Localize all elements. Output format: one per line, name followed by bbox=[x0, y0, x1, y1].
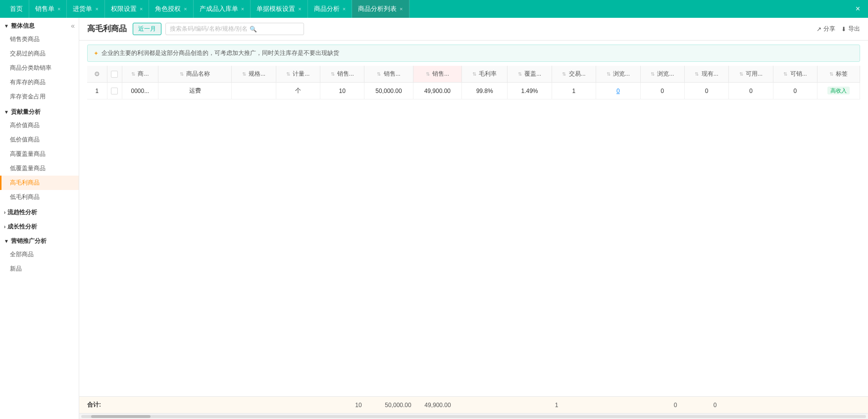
nav-analysis[interactable]: 商品分析 × bbox=[308, 0, 352, 18]
cell-stock: 0 bbox=[684, 83, 728, 99]
table-container: ⚙ ⇅ 商... ⇅ 商品名称 bbox=[79, 66, 868, 396]
nav-close-product-in[interactable]: × bbox=[241, 6, 244, 12]
footer-transaction: 1 bbox=[537, 402, 576, 409]
col-sellable[interactable]: ⇅ 可销... bbox=[773, 66, 817, 83]
col-browse2[interactable]: ⇅ 浏览... bbox=[640, 66, 684, 83]
nav-close-purchase[interactable]: × bbox=[95, 6, 98, 12]
data-table: ⚙ ⇅ 商... ⇅ 商品名称 bbox=[87, 66, 860, 99]
nav-role[interactable]: 角色授权 × bbox=[149, 0, 193, 18]
info-banner: ✦ 企业的主要的利润都是这部分商品创造的，可考虑加大推广，同时关注库存是不要出现… bbox=[87, 45, 860, 62]
sidebar-item-traded-goods[interactable]: 交易过的商品 bbox=[0, 47, 79, 61]
sort-icon-code: ⇅ bbox=[131, 71, 135, 77]
cell-name: 运费 bbox=[158, 83, 232, 99]
col-margin[interactable]: ⇅ 毛利率 bbox=[462, 66, 508, 83]
nav-product-in[interactable]: 产成品入库单 × bbox=[194, 0, 251, 18]
sidebar-section-marketing[interactable]: ▼ 营销推广分析 bbox=[0, 233, 79, 247]
col-gear[interactable]: ⚙ bbox=[87, 66, 107, 83]
col-code[interactable]: ⇅ 商... bbox=[122, 66, 158, 83]
col-spec[interactable]: ⇅ 规格... bbox=[232, 66, 276, 83]
nav-template[interactable]: 单据模板设置 × bbox=[251, 0, 307, 18]
cell-sales3: 49,900.00 bbox=[413, 83, 461, 99]
cell-browse2: 0 bbox=[640, 83, 684, 99]
col-unit[interactable]: ⇅ 计量... bbox=[276, 66, 320, 83]
header-actions: ↗ 分享 ⬇ 导出 bbox=[817, 25, 860, 33]
nav-close-role[interactable]: × bbox=[184, 6, 187, 12]
nav-sales[interactable]: 销售单 × bbox=[29, 0, 67, 18]
nav-close-template[interactable]: × bbox=[298, 6, 301, 12]
sidebar-item-new-goods[interactable]: 新品 bbox=[0, 262, 79, 276]
sidebar-item-stock-goods[interactable]: 有库存的商品 bbox=[0, 75, 79, 90]
sort-icon-margin: ⇅ bbox=[472, 71, 476, 77]
sidebar-item-low-margin[interactable]: 低毛利商品 bbox=[0, 190, 79, 204]
sidebar-section-overall[interactable]: ▼ 整体信息 bbox=[0, 18, 79, 32]
sidebar-section-trend[interactable]: › 流趋性分析 bbox=[0, 204, 79, 219]
section-arrow-contribution: ▼ bbox=[4, 109, 9, 115]
col-tag[interactable]: ⇅ 标签 bbox=[817, 66, 860, 83]
select-all-checkbox[interactable] bbox=[111, 71, 118, 78]
row-checkbox[interactable] bbox=[111, 88, 118, 94]
export-icon: ⬇ bbox=[841, 26, 846, 33]
cell-transaction: 1 bbox=[552, 83, 596, 99]
nav-purchase[interactable]: 进货单 × bbox=[67, 0, 104, 18]
filter-recent-month-button[interactable]: 近一月 bbox=[133, 23, 161, 35]
col-coverage[interactable]: ⇅ 覆盖... bbox=[508, 66, 552, 83]
nav-close-analysis[interactable]: × bbox=[343, 6, 346, 12]
info-icon: ✦ bbox=[94, 50, 99, 57]
share-button[interactable]: ↗ 分享 bbox=[817, 25, 835, 33]
nav-close-sales[interactable]: × bbox=[57, 6, 60, 12]
search-icon[interactable]: 🔍 bbox=[250, 26, 257, 33]
sidebar-collapse-button[interactable]: « bbox=[71, 22, 75, 30]
table-row: 1 0000... 运费 个 10 50,000.00 49,900.00 99… bbox=[87, 83, 860, 99]
scrollbar-thumb[interactable] bbox=[91, 415, 151, 418]
cell-sales1: 10 bbox=[320, 83, 364, 99]
sidebar-item-sales-goods[interactable]: 销售类商品 bbox=[0, 32, 79, 47]
col-transaction[interactable]: ⇅ 交易... bbox=[552, 66, 596, 83]
sidebar-item-high-coverage[interactable]: 高覆盖量商品 bbox=[0, 147, 79, 161]
table-header-row: ⚙ ⇅ 商... ⇅ 商品名称 bbox=[87, 66, 860, 83]
section-arrow-trend: › bbox=[4, 210, 5, 215]
sort-icon-coverage: ⇅ bbox=[518, 71, 522, 77]
sidebar-item-all-goods[interactable]: 全部商品 bbox=[0, 247, 79, 262]
sidebar-item-category-rate[interactable]: 商品分类助销率 bbox=[0, 61, 79, 75]
sort-icon-stock: ⇅ bbox=[695, 71, 699, 77]
footer-values: 10 50,000.00 49,900.00 1 0 0 bbox=[111, 402, 860, 409]
col-browse1[interactable]: ⇅ 浏览... bbox=[596, 66, 640, 83]
col-stock[interactable]: ⇅ 现有... bbox=[684, 66, 728, 83]
horizontal-scrollbar[interactable] bbox=[79, 413, 868, 419]
footer-bar: 合计: 10 50,000.00 49,900.00 1 0 0 bbox=[79, 396, 868, 413]
cell-unit: 个 bbox=[276, 83, 320, 99]
sidebar-item-high-value[interactable]: 高价值商品 bbox=[0, 118, 79, 133]
col-available[interactable]: ⇅ 可用... bbox=[729, 66, 773, 83]
nav-analysis-list[interactable]: 商品分析列表 × bbox=[352, 0, 409, 18]
page-title: 高毛利商品 bbox=[87, 24, 127, 34]
section-arrow-overall: ▼ bbox=[4, 23, 9, 29]
sidebar-item-low-coverage[interactable]: 低覆盖量商品 bbox=[0, 161, 79, 176]
scrollbar-track bbox=[81, 415, 866, 418]
sort-icon-available: ⇅ bbox=[739, 71, 743, 77]
sort-icon-name: ⇅ bbox=[180, 71, 184, 77]
col-name[interactable]: ⇅ 商品名称 bbox=[158, 66, 232, 83]
col-checkbox[interactable] bbox=[107, 66, 122, 83]
sidebar-section-growth[interactable]: › 成长性分析 bbox=[0, 219, 79, 233]
gear-icon[interactable]: ⚙ bbox=[94, 70, 100, 78]
section-arrow-growth: › bbox=[4, 224, 5, 230]
nav-close-permission[interactable]: × bbox=[140, 6, 143, 12]
nav-close-all-button[interactable]: × bbox=[852, 4, 864, 13]
col-sales2[interactable]: ⇅ 销售... bbox=[364, 66, 413, 83]
sort-icon-browse2: ⇅ bbox=[651, 71, 655, 77]
col-sales3[interactable]: ⇅ 销售... bbox=[413, 66, 461, 83]
sidebar-item-low-value[interactable]: 低价值商品 bbox=[0, 133, 79, 147]
sidebar-item-stock-capital[interactable]: 库存资金占用 bbox=[0, 90, 79, 104]
nav-home[interactable]: 首页 bbox=[4, 0, 29, 18]
cell-code: 0000... bbox=[122, 83, 158, 99]
cell-checkbox[interactable] bbox=[107, 83, 122, 99]
nav-permission[interactable]: 权限设置 × bbox=[105, 0, 149, 18]
export-button[interactable]: ⬇ 导出 bbox=[841, 25, 860, 33]
cell-browse1[interactable]: 0 bbox=[596, 83, 640, 99]
footer-browse2: 0 bbox=[656, 402, 695, 409]
sidebar-item-high-margin[interactable]: 高毛利商品 bbox=[0, 176, 79, 190]
nav-close-analysis-list[interactable]: × bbox=[400, 6, 403, 12]
col-sales1[interactable]: ⇅ 销售... bbox=[320, 66, 364, 83]
sidebar-section-contribution[interactable]: ▼ 贡献量分析 bbox=[0, 104, 79, 118]
content-header: 高毛利商品 近一月 搜索条码/编码/名称/规格/别名 🔍 ↗ 分享 ⬇ 导出 bbox=[79, 18, 868, 41]
